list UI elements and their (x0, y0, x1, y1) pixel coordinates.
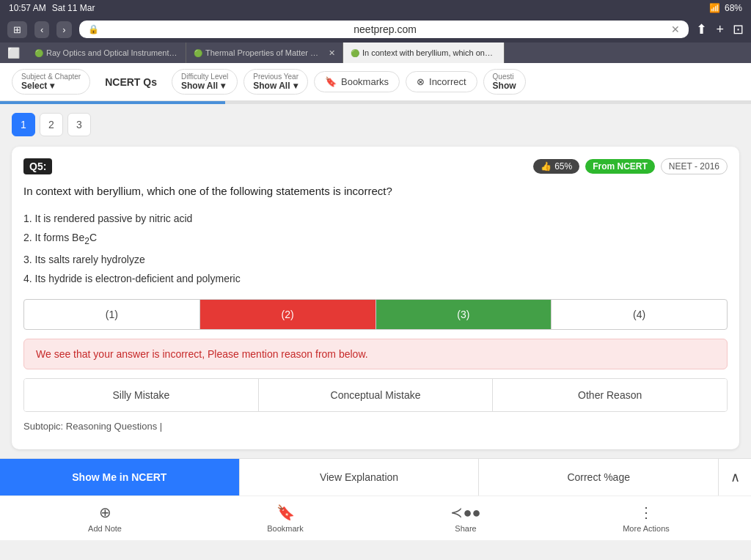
tabs-button[interactable]: ⊡ (733, 21, 744, 37)
new-tab-button[interactable]: + (716, 21, 724, 37)
tab-3[interactable]: 🟢 In context with beryllium, which one o… (343, 43, 505, 63)
more-actions-footer-item[interactable]: ⋮ More Actions (556, 504, 736, 533)
subtopic-label: Subtopic: (23, 421, 63, 432)
subject-chapter-label: Subject & Chapter (21, 73, 81, 81)
tab-2-label: Thermal Properties of Matter Physics NEE… (205, 48, 323, 57)
option-3: 3. Its salts rarely hydrolyze (23, 250, 728, 270)
view-explanation-button[interactable]: View Explanation (240, 459, 480, 495)
question-badges: 👍 65% From NCERT NEET - 2016 (533, 158, 728, 174)
question-number: Q5: (23, 158, 52, 174)
add-note-footer-item[interactable]: ⊕ Add Note (15, 504, 195, 533)
reason-row: Silly Mistake Conceptual Mistake Other R… (23, 378, 728, 412)
incorrect-label: Incorrect (429, 76, 466, 87)
status-bar: 10:57 AM Sat 11 Mar 📶 68% (0, 0, 751, 16)
subscript-2: 2 (84, 236, 89, 246)
option-2: 2. It forms Be2C (23, 228, 728, 250)
bookmarks-label: Bookmarks (341, 76, 389, 87)
add-note-icon: ⊕ (99, 504, 111, 521)
tab-1[interactable]: 🟢 Ray Optics and Optical Instruments Phy… (27, 43, 186, 63)
page-1-button[interactable]: 1 (12, 113, 35, 136)
answer-option-4[interactable]: (4) (552, 300, 727, 329)
bookmark-footer-icon: 🔖 (276, 504, 295, 521)
ncert-badge: From NCERT (585, 159, 655, 174)
filter-bar: Subject & Chapter Select ▾ NCERT Qs Diff… (0, 63, 751, 101)
conceptual-mistake-button[interactable]: Conceptual Mistake (259, 379, 494, 411)
previous-year-value: Show All ▾ (253, 81, 298, 91)
questions-filter[interactable]: Questi Show (483, 69, 526, 95)
difficulty-level-label: Difficulty Level (181, 73, 228, 81)
difficulty-level-value: Show All ▾ (181, 81, 228, 91)
difficulty-level-filter[interactable]: Difficulty Level Show All ▾ (172, 69, 238, 95)
page-icon-button[interactable]: ⬜ (0, 43, 27, 63)
tab-1-favicon: 🟢 (34, 49, 43, 57)
question-header: Q5: 👍 65% From NCERT NEET - 2016 (23, 158, 728, 174)
browser-chrome: ⊞ ‹ › 🔒 neetprep.com ✕ ⬆ + ⊡ (0, 16, 751, 43)
tab-2-favicon: 🟢 (194, 49, 202, 57)
forward-button[interactable]: › (56, 21, 71, 38)
bookmark-footer-item[interactable]: 🔖 Bookmark (195, 504, 376, 533)
questions-value: Show (493, 81, 516, 91)
incorrect-notice: We see that your answer is incorrect, Pl… (23, 339, 728, 369)
close-url-button[interactable]: ✕ (671, 23, 680, 35)
bottom-actions: Show Me in NCERT View Explanation Correc… (0, 458, 751, 495)
bookmark-icon: 🔖 (325, 76, 337, 87)
answer-option-3[interactable]: (3) (376, 300, 552, 329)
add-note-label: Add Note (88, 524, 122, 533)
time: 10:57 AM (9, 3, 46, 13)
other-reason-button[interactable]: Other Reason (493, 379, 727, 411)
neet-badge: NEET - 2016 (661, 158, 728, 174)
tab-3-label: In context with beryllium, which one of … (362, 48, 497, 57)
main-content: 1 2 3 Q5: 👍 65% From NCERT NEET - 2016 I… (0, 104, 751, 458)
subject-chapter-filter[interactable]: Subject & Chapter Select ▾ (12, 69, 90, 95)
tab-2-close[interactable]: ✕ (329, 48, 335, 58)
previous-year-filter[interactable]: Previous Year Show All ▾ (243, 69, 308, 95)
sidebar-toggle-button[interactable]: ⊞ (7, 21, 27, 38)
subtopic-value: Reasoning Questions | (66, 421, 162, 432)
tab-3-favicon: 🟢 (351, 49, 359, 57)
lock-icon: 🔒 (88, 24, 99, 34)
share-label: Share (455, 524, 476, 533)
url-bar[interactable]: 🔒 neetprep.com ✕ (79, 21, 689, 38)
show-ncert-button[interactable]: Show Me in NCERT (0, 459, 240, 495)
page-3-button[interactable]: 3 (67, 113, 91, 136)
pagination: 1 2 3 (12, 113, 739, 136)
url-text: neetprep.com (105, 23, 666, 35)
share-browser-button[interactable]: ⬆ (696, 21, 707, 37)
scroll-up-button[interactable]: ∧ (719, 459, 751, 495)
answer-option-1[interactable]: (1) (24, 300, 200, 329)
more-actions-label: More Actions (623, 524, 670, 533)
answer-row: (1) (2) (3) (4) (23, 299, 728, 330)
silly-mistake-button[interactable]: Silly Mistake (24, 379, 259, 411)
question-text: In context with beryllium, which one of … (23, 183, 728, 200)
page-2-button[interactable]: 2 (40, 113, 63, 136)
tab-2[interactable]: 🟢 Thermal Properties of Matter Physics N… (186, 43, 343, 63)
share-icon: ≺●● (450, 504, 480, 521)
tab-bar: ⬜ 🟢 Ray Optics and Optical Instruments P… (0, 43, 751, 63)
answer-option-2[interactable]: (2) (200, 300, 376, 329)
footer-icons: ⊕ Add Note 🔖 Bookmark ≺●● Share ⋮ More A… (0, 495, 751, 540)
thumbs-icon: 👍 (541, 161, 552, 172)
bookmark-footer-label: Bookmark (267, 524, 304, 533)
wifi-icon: 📶 (709, 3, 720, 13)
more-actions-icon: ⋮ (639, 504, 653, 521)
share-footer-item[interactable]: ≺●● Share (376, 504, 556, 533)
correct-pct-button[interactable]: Correct %age (479, 459, 719, 495)
subtopic: Subtopic: Reasoning Questions | (23, 421, 728, 438)
battery: 68% (725, 3, 742, 13)
incorrect-filter[interactable]: ⊗ Incorrect (406, 71, 477, 92)
bookmarks-filter[interactable]: 🔖 Bookmarks (314, 71, 400, 92)
subject-chapter-value: Select ▾ (21, 81, 81, 91)
option-1: 1. It is rendered passive by nitric acid (23, 209, 728, 229)
option-4: 4. Its hydride is electron-deficient and… (23, 269, 728, 289)
thumbs-percent: 65% (554, 161, 572, 172)
question-card: Q5: 👍 65% From NCERT NEET - 2016 In cont… (12, 147, 739, 449)
questions-label: Questi (493, 73, 516, 81)
incorrect-icon: ⊗ (417, 76, 425, 87)
date: Sat 11 Mar (52, 3, 95, 13)
back-button[interactable]: ‹ (34, 21, 49, 38)
question-options: 1. It is rendered passive by nitric acid… (23, 209, 728, 289)
ncert-qs-label[interactable]: NCERT Qs (96, 73, 166, 91)
previous-year-label: Previous Year (253, 73, 298, 81)
thumbs-badge: 👍 65% (533, 159, 579, 174)
tab-1-label: Ray Optics and Optical Instruments Physi… (46, 48, 178, 57)
